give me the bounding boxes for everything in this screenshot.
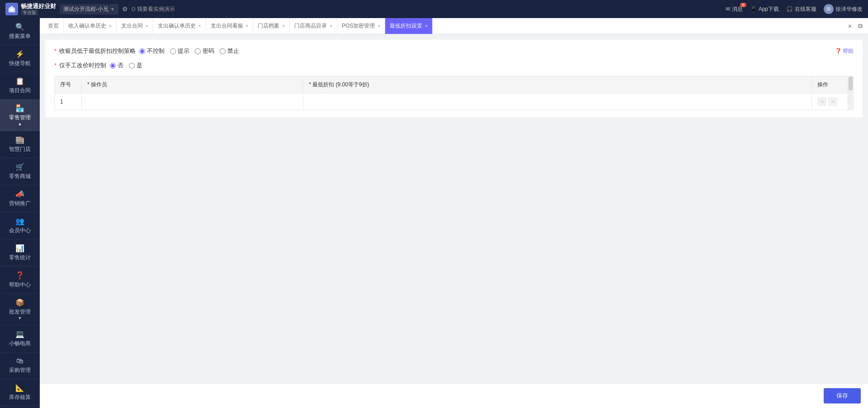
sidebar-item-member-center[interactable]: 👥 会员中心 (0, 212, 40, 239)
sidebar-item-funds-mgmt[interactable]: 💰 资金管理 (0, 406, 40, 408)
radio-no-control[interactable]: 不控制 (139, 47, 165, 55)
tab-close-icon[interactable]: × (198, 23, 201, 28)
header-left: 畅捷通好业财 专业版 测试分开流程-小兄 ▼ ⚙ 我要看实例演示 (5, 3, 175, 16)
stats-icon: 📊 (15, 244, 24, 253)
tab-expand-button[interactable]: ⧉ (856, 21, 864, 31)
tab-close-button[interactable]: × (846, 22, 854, 31)
headset-icon: 🎧 (786, 6, 793, 12)
svg-point-0 (10, 9, 13, 11)
main-layout: 🔍 搜索菜单 ⚡ 快捷导航 📋 项目合同 🏪 零售管理 ▲ 🏬 智慧门店 🛒 零… (0, 18, 868, 408)
tab-income-confirm-history[interactable]: 收入确认单历史 × (64, 18, 117, 34)
tab-close-icon[interactable]: × (330, 23, 332, 28)
message-icon: ✉ (726, 6, 730, 12)
page-content: * 收银员低于最低折扣控制策略 不控制 提示 (40, 34, 868, 383)
cashier-policy-row: * 收银员低于最低折扣控制策略 不控制 提示 (54, 47, 854, 55)
table-row: 1 ✎ ✕ (55, 94, 848, 110)
tab-payment-contract-board[interactable]: 支出合同看板 × (206, 18, 254, 34)
user-avatar-area[interactable]: 徐 徐泽华修改 (824, 4, 863, 14)
demo-link[interactable]: 我要看实例演示 (132, 5, 175, 13)
col-header-discount: * 最低折扣 (9.00等于9折) (303, 76, 812, 94)
retail-icon: 🏪 (15, 104, 24, 113)
tab-close-icon[interactable]: × (282, 23, 285, 28)
help-link[interactable]: ❓ 帮助 (835, 47, 854, 55)
sidebar-item-smart-store[interactable]: 🏬 智慧门店 (0, 131, 40, 158)
col-header-no: 序号 (55, 76, 82, 94)
sidebar-item-retail-mgmt[interactable]: 🏪 零售管理 ▲ (0, 99, 40, 131)
settings-card: * 收银员低于最低折扣控制策略 不控制 提示 (45, 40, 863, 117)
manual-price-row: * 仅手工改价时控制 否 是 (54, 61, 854, 70)
app-download-action[interactable]: 📱 App下载 (750, 5, 779, 13)
search-icon: 🔍 (15, 23, 24, 31)
wholesale-icon: 📦 (15, 298, 24, 307)
cell-action: ✎ ✕ (812, 94, 848, 110)
sidebar-item-purchase-mgmt[interactable]: 🛍 采购管理 (0, 352, 40, 379)
cell-discount (303, 94, 812, 110)
tab-min-discount[interactable]: 最低折扣设置 × (385, 18, 433, 34)
manual-price-label: * 仅手工改价时控制 (54, 61, 106, 70)
contract-icon: 📋 (15, 77, 24, 85)
scrollbar-thumb (849, 77, 853, 90)
discount-table: 序号 * 操作员 * 最低折扣 (9.00等于9折) 操作 (54, 76, 848, 110)
tab-bar-actions: × ⧉ (846, 21, 864, 31)
sidebar-item-marketing[interactable]: 📣 营销推广 (0, 185, 40, 212)
action-icons: ✎ ✕ (817, 97, 842, 106)
radio-remind[interactable]: 提示 (170, 47, 189, 55)
header-right: ✉ 消息 8 📱 App下载 🎧 在线客服 徐 徐泽华修改 (726, 4, 863, 14)
cashier-policy-options: 不控制 提示 密码 禁 (139, 47, 239, 55)
tab-close-icon[interactable]: × (146, 23, 148, 28)
sidebar-item-retail-stats[interactable]: 📊 零售统计 (0, 239, 40, 267)
header-settings-icon[interactable]: ⚙ (122, 5, 128, 13)
table-row-container: 序号 * 操作员 * 最低折扣 (9.00等于9折) 操作 (54, 76, 854, 110)
discount-table-container: 序号 * 操作员 * 最低折扣 (9.00等于9折) 操作 (54, 76, 854, 110)
tab-store-products[interactable]: 门店商品目录 × (290, 18, 337, 34)
save-button[interactable]: 保存 (824, 388, 861, 403)
help-icon: ❓ (15, 271, 24, 280)
table-scrollbar[interactable] (848, 76, 854, 110)
ecommerce-icon: 💻 (15, 330, 24, 338)
sidebar-item-retail-mall[interactable]: 🛒 零售商城 (0, 158, 40, 185)
content-area: 首页 收入确认单历史 × 支出合同 × 支出确认单历史 × 支出合同看板 × 门… (40, 18, 868, 408)
tab-pos-password[interactable]: POS加密管理 × (337, 18, 385, 34)
chevron-down-icon: ▼ (18, 316, 22, 320)
sidebar-item-search[interactable]: 🔍 搜索菜单 (0, 18, 40, 45)
cashier-policy-label: * 收银员低于最低折扣控制策略 (54, 47, 136, 55)
sidebar-item-quick-nav[interactable]: ⚡ 快捷导航 (0, 45, 40, 72)
top-header: 畅捷通好业财 专业版 测试分开流程-小兄 ▼ ⚙ 我要看实例演示 ✉ 消息 8 … (0, 0, 868, 18)
sidebar-item-help-center[interactable]: ❓ 帮助中心 (0, 267, 40, 294)
delete-icon[interactable]: ✕ (828, 97, 837, 106)
download-icon: 📱 (750, 6, 757, 12)
tab-payment-confirm-history[interactable]: 支出确认单历史 × (153, 18, 206, 34)
project-selector[interactable]: 测试分开流程-小兄 ▼ (60, 4, 118, 14)
logo-area: 畅捷通好业财 专业版 (5, 3, 56, 16)
chevron-up-icon: ▲ (18, 122, 22, 126)
tab-payment-contract[interactable]: 支出合同 × (117, 18, 153, 34)
radio-forbid[interactable]: 禁止 (220, 47, 239, 55)
sidebar-item-project-contract[interactable]: 📋 项目合同 (0, 72, 40, 99)
sidebar-item-inventory[interactable]: 📐 库存核算 (0, 379, 40, 406)
logo-text: 畅捷通好业财 专业版 (21, 3, 56, 16)
radio-manual-no[interactable]: 否 (110, 61, 123, 70)
required-star: * (54, 47, 57, 54)
tab-bar: 首页 收入确认单历史 × 支出合同 × 支出确认单历史 × 支出合同看板 × 门… (40, 18, 868, 34)
tab-close-icon[interactable]: × (109, 23, 112, 28)
customer-service-action[interactable]: 🎧 在线客服 (786, 5, 816, 13)
edit-icon[interactable]: ✎ (817, 97, 826, 106)
radio-manual-yes[interactable]: 是 (129, 61, 142, 70)
tab-close-icon[interactable]: × (377, 23, 380, 28)
store-icon: 🏬 (15, 136, 24, 144)
radio-password[interactable]: 密码 (195, 47, 214, 55)
logo-icon (5, 3, 18, 15)
demo-dot-icon (132, 7, 135, 11)
message-action[interactable]: ✉ 消息 8 (726, 5, 743, 13)
sidebar-item-wholesale-mgmt[interactable]: 📦 批发管理 ▼ (0, 294, 40, 325)
tab-home[interactable]: 首页 (43, 18, 64, 34)
tab-close-icon[interactable]: × (246, 23, 249, 28)
tab-close-icon[interactable]: × (425, 23, 428, 28)
mall-icon: 🛒 (15, 163, 24, 171)
inventory-icon: 📐 (15, 384, 24, 392)
sidebar-item-ecommerce[interactable]: 💻 小畅电商 (0, 325, 40, 352)
chevron-down-icon: ▼ (110, 7, 115, 12)
tab-store-archive[interactable]: 门店档案 × (253, 18, 290, 34)
quick-nav-icon: ⚡ (15, 50, 24, 58)
cell-no: 1 (55, 94, 82, 110)
